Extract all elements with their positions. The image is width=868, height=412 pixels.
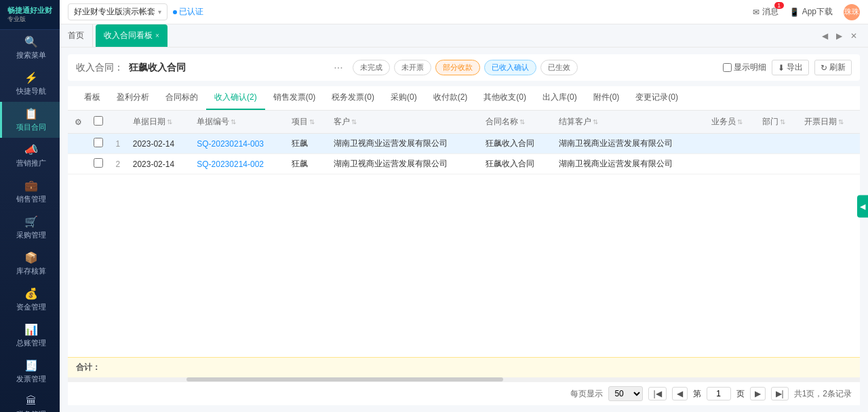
- topbar-left: 好业财专业版演示帐套 ▾ 已认证: [68, 3, 203, 20]
- row2-salesman: [706, 154, 757, 174]
- company-selector[interactable]: 好业财专业版演示帐套 ▾: [68, 3, 167, 20]
- tab-sales-invoice[interactable]: 销售发票(0): [265, 86, 324, 110]
- row1-billing: 湖南卫视商业运营发展有限公司: [553, 134, 706, 154]
- page-input[interactable]: [707, 387, 731, 400]
- sidebar-item-sales[interactable]: 💼 销售管理: [0, 174, 60, 210]
- status-effective[interactable]: 已生效: [540, 60, 578, 75]
- sidebar-item-tax[interactable]: 🏛 税务管理: [0, 390, 60, 412]
- row1-project: 狂飙: [286, 134, 328, 154]
- project-sort-icon[interactable]: ⇅: [309, 118, 315, 126]
- topbar-right: ✉ 1 消息 📱 App下载 珠珠: [753, 4, 860, 20]
- tab-other-income[interactable]: 其他收支(0): [475, 86, 534, 110]
- box-icon: 📦: [24, 251, 38, 264]
- date-sort-icon[interactable]: ⇅: [167, 118, 172, 126]
- tab-contract-item[interactable]: 合同标的: [157, 86, 206, 110]
- right-panel-toggle[interactable]: ◀: [857, 195, 868, 217]
- tab-revenue-confirm[interactable]: 收入确认(2): [206, 86, 265, 110]
- prev-page-button[interactable]: ◀: [672, 387, 688, 400]
- user-avatar[interactable]: 珠珠: [844, 4, 860, 20]
- tab-payment[interactable]: 收付款(2): [425, 86, 476, 110]
- table-row: 2 2023-02-14 SQ-20230214-002 狂飙 湖南卫视商业运营…: [68, 154, 860, 174]
- sidebar-item-purchase[interactable]: 🛒 采购管理: [0, 210, 60, 246]
- tab-close-icon[interactable]: ✕: [848, 30, 860, 42]
- row1-docno[interactable]: SQ-20230214-003: [191, 134, 286, 154]
- table-footer: 合计：: [68, 357, 860, 377]
- active-tab[interactable]: 收入合同看板 ×: [96, 24, 167, 47]
- customer-sort-icon[interactable]: ⇅: [351, 118, 357, 126]
- row1-date: 2023-02-14: [127, 134, 192, 154]
- salesman-sort-icon[interactable]: ⇅: [737, 118, 743, 126]
- verified-dot-icon: [173, 10, 177, 14]
- contract-sort-icon[interactable]: ⇅: [519, 118, 525, 126]
- sidebar-item-ledger[interactable]: 📊 总账管理: [0, 318, 60, 354]
- tab-warehouse[interactable]: 出入库(0): [534, 86, 585, 110]
- billing-sort-icon[interactable]: ⇅: [593, 118, 598, 126]
- row2-checkbox[interactable]: [94, 158, 103, 168]
- app-download-button[interactable]: 📱 App下载: [789, 6, 833, 18]
- row1-docno-link[interactable]: SQ-20230214-003: [197, 139, 264, 149]
- sidebar-item-invoice[interactable]: 🧾 发票管理: [0, 354, 60, 390]
- sidebar-item-label: 营销推广: [16, 158, 46, 168]
- next-page-button[interactable]: ▶: [750, 387, 766, 400]
- docno-sort-icon[interactable]: ⇅: [231, 118, 236, 126]
- row1-customer: 湖南卫视商业运营发展有限公司: [328, 134, 481, 154]
- sidebar-item-label: 税务管理: [16, 409, 46, 412]
- settings-gear-icon[interactable]: ⚙: [73, 117, 83, 127]
- dept-sort-icon[interactable]: ⇅: [780, 118, 785, 126]
- tab-purchase[interactable]: 采购(0): [382, 86, 425, 110]
- invoicedate-sort-icon[interactable]: ⇅: [838, 118, 844, 126]
- status-confirmed[interactable]: 已收入确认: [484, 60, 536, 75]
- inner-tabs: 看板 盈利分析 合同标的 收入确认(2) 销售发票(0) 税务发票(0) 采购(…: [68, 86, 860, 111]
- tab-attachment[interactable]: 附件(0): [585, 86, 628, 110]
- show-detail-check[interactable]: [723, 63, 732, 72]
- app-download-label: App下载: [802, 6, 833, 18]
- receipt-icon: 🧾: [24, 359, 38, 372]
- more-button[interactable]: ···: [331, 62, 345, 74]
- row2-billing: 湖南卫视商业运营发展有限公司: [553, 154, 706, 174]
- row1-num: 1: [108, 134, 127, 154]
- row1-dept: [757, 134, 798, 154]
- row2-docno[interactable]: SQ-20230214-002: [191, 154, 286, 174]
- status-partial-collect[interactable]: 部分收款: [435, 60, 480, 75]
- sidebar-item-quick[interactable]: ⚡ 快捷导航: [0, 66, 60, 102]
- message-icon: ✉: [753, 7, 760, 17]
- row2-docno-link[interactable]: SQ-20230214-002: [197, 160, 264, 169]
- row2-customer: 湖南卫视商业运营发展有限公司: [328, 154, 481, 174]
- last-page-button[interactable]: ▶|: [771, 387, 789, 400]
- close-tab-icon[interactable]: ×: [155, 32, 159, 39]
- show-detail-checkbox[interactable]: 显示明细: [723, 62, 766, 73]
- sidebar-item-search[interactable]: 🔍 搜索菜单: [0, 30, 60, 66]
- sidebar-item-project[interactable]: 📋 项目合同: [0, 102, 60, 138]
- sidebar-item-inventory[interactable]: 📦 库存核算: [0, 246, 60, 282]
- home-tab[interactable]: 首页: [68, 24, 93, 47]
- sidebar-item-finance[interactable]: 💰 资金管理: [0, 282, 60, 318]
- tab-next-icon[interactable]: ▶: [833, 30, 845, 42]
- refresh-button[interactable]: ↻ 刷新: [814, 60, 852, 75]
- status-incomplete[interactable]: 未完成: [353, 60, 390, 75]
- sidebar-item-marketing[interactable]: 📣 营销推广: [0, 138, 60, 174]
- tab-profit[interactable]: 盈利分析: [108, 86, 157, 110]
- company-name: 好业财专业版演示帐套: [74, 6, 155, 18]
- topbar: 好业财专业版演示帐套 ▾ 已认证 ✉ 1 消息 📱 App下载 珠珠: [60, 0, 868, 24]
- tab-change-log[interactable]: 变更记录(0): [627, 86, 686, 110]
- tab-tax-invoice[interactable]: 税务发票(0): [323, 86, 382, 110]
- logo-text: 畅捷通好业财: [7, 5, 52, 15]
- message-badge: 1: [774, 2, 784, 9]
- message-button[interactable]: ✉ 1 消息: [753, 6, 778, 18]
- rownum-col-header: [108, 111, 127, 134]
- tab-prev-icon[interactable]: ◀: [819, 30, 831, 42]
- row1-settings: [68, 134, 88, 154]
- tab-kanban[interactable]: 看板: [76, 86, 108, 110]
- export-button[interactable]: ⬇ 导出: [772, 60, 809, 75]
- row2-date: 2023-02-14: [127, 154, 192, 174]
- main-content: 好业财专业版演示帐套 ▾ 已认证 ✉ 1 消息 📱 App下载 珠珠: [60, 0, 868, 412]
- megaphone-icon: 📣: [24, 143, 38, 156]
- tabbar: 首页 收入合同看板 × ◀ ▶ ✕: [60, 24, 868, 48]
- status-uninvoiced[interactable]: 未开票: [394, 60, 431, 75]
- select-all-checkbox[interactable]: [94, 116, 103, 126]
- per-page-select[interactable]: 50 100: [608, 386, 643, 401]
- chevron-down-icon: ▾: [158, 8, 161, 16]
- first-page-button[interactable]: |◀: [648, 387, 666, 400]
- row1-checkbox[interactable]: [94, 138, 103, 147]
- row2-contract: 狂飙收入合同: [480, 154, 553, 174]
